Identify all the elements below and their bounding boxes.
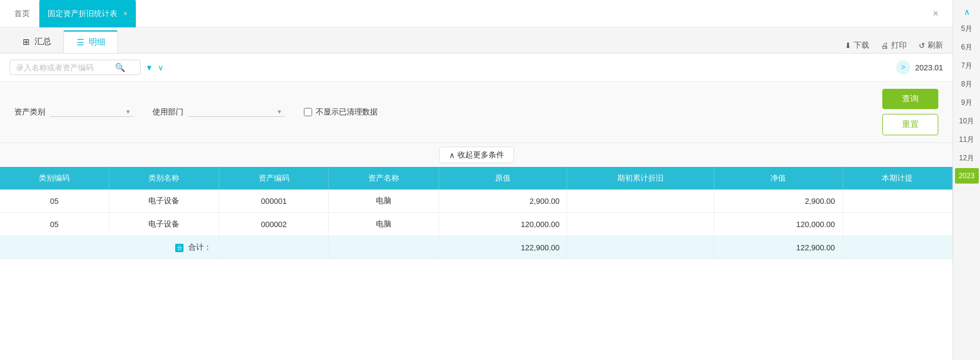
chevron-down-icon: ∨ (158, 63, 164, 72)
data-table: 类别编码 类别名称 资产编码 资产名称 原值 期初累计折旧 净值 本期计提 05… (0, 167, 953, 259)
month-item-7[interactable]: 7月 (955, 57, 979, 75)
total-net-value: 122,900.00 (714, 236, 842, 259)
search-input-wrap: 🔍 (10, 60, 141, 75)
refresh-icon: ↺ (919, 41, 925, 50)
table-row: 05 电子设备 000002 电脑 120,000.00 120,000.00 (0, 213, 953, 236)
hide-cleared-label: 不显示已清理数据 (316, 107, 378, 117)
summary-icon: ⊞ (21, 37, 31, 46)
total-original-value: 122,900.00 (438, 236, 567, 259)
cell-category-code: 05 (0, 213, 109, 236)
month-item-8[interactable]: 8月 (955, 76, 979, 93)
collapse-button[interactable]: ∧ 收起更多条件 (439, 147, 514, 163)
filter-dept: 使用部门 ▼ (153, 107, 285, 117)
search-input[interactable] (16, 63, 111, 72)
total-asset-code (219, 236, 328, 259)
refresh-label: 刷新 (928, 40, 943, 51)
detail-icon: ☰ (76, 38, 85, 47)
query-button[interactable]: 查询 (882, 89, 938, 109)
cell-asset-code: 000001 (219, 190, 328, 213)
month-item-10[interactable]: 10月 (955, 113, 979, 130)
table-total-row: 合 合计： 122,900.00 122,900.00 (0, 236, 953, 259)
download-icon: ⬇ (845, 41, 851, 50)
collapse-row: ∧ 收起更多条件 (0, 143, 953, 167)
filter-asset-category: 资产类别 ▼ (14, 107, 133, 117)
close-tab-icon[interactable]: × (123, 10, 127, 18)
print-icon: 🖨 (881, 41, 889, 50)
arrow-icon: > (901, 63, 905, 72)
tab-summary-label: 汇总 (35, 36, 51, 47)
asset-category-label: 资产类别 (14, 107, 45, 117)
nav-tab-fixed-assets[interactable]: 固定资产折旧统计表 × (39, 0, 136, 27)
cell-original-value: 120,000.00 (438, 213, 567, 236)
right-panel: ∧ 5月 6月 7月 8月 9月 10月 11月 12月 2023 (953, 0, 980, 360)
total-current-depreciation (842, 236, 952, 259)
more-conditions-button[interactable]: ▼ ∨ (145, 63, 164, 72)
cell-current-depreciation (842, 213, 952, 236)
cell-asset-code: 000002 (219, 213, 328, 236)
print-button[interactable]: 🖨 打印 (881, 40, 907, 51)
col-category-name: 类别名称 (109, 167, 219, 190)
year-badge[interactable]: 2023 (955, 168, 979, 184)
cell-category-name: 电子设备 (109, 213, 219, 236)
reset-button[interactable]: 重置 (882, 114, 938, 135)
nav-home[interactable]: 首页 (7, 8, 37, 19)
collapse-icon: ∧ (449, 151, 455, 160)
date-nav-arrow[interactable]: > (896, 60, 910, 75)
cell-asset-name: 电脑 (329, 190, 438, 213)
collapse-label: 收起更多条件 (458, 150, 504, 160)
filter-area: 资产类别 ▼ 使用部门 ▼ 不显示已清理数据 查询 重置 (0, 82, 953, 143)
download-button[interactable]: ⬇ 下载 (845, 40, 869, 51)
cell-category-code: 05 (0, 190, 109, 213)
date-display: 2023.01 (915, 63, 943, 72)
table-wrap: 类别编码 类别名称 资产编码 资产名称 原值 期初累计折旧 净值 本期计提 05… (0, 167, 953, 360)
col-category-code: 类别编码 (0, 167, 109, 190)
cell-net-value: 120,000.00 (714, 213, 842, 236)
total-icon: 合 (175, 244, 183, 252)
month-item-12[interactable]: 12月 (955, 150, 979, 167)
col-original-value: 原值 (438, 167, 567, 190)
total-accum-depreciation (567, 236, 714, 259)
month-item-9[interactable]: 9月 (955, 94, 979, 111)
cell-asset-name: 电脑 (329, 213, 438, 236)
refresh-button[interactable]: ↺ 刷新 (919, 40, 943, 51)
filter-row-1: 资产类别 ▼ 使用部门 ▼ 不显示已清理数据 查询 重置 (14, 89, 938, 135)
cell-category-name: 电子设备 (109, 190, 219, 213)
scroll-up-button[interactable]: ∧ (955, 5, 979, 19)
total-label: 合计： (188, 243, 211, 252)
total-asset-name (329, 236, 438, 259)
dept-label: 使用部门 (153, 107, 183, 117)
search-bar: 🔍 ▼ ∨ > 2023.01 (0, 54, 953, 82)
month-item-6[interactable]: 6月 (955, 39, 979, 56)
asset-category-select[interactable]: ▼ (50, 107, 133, 117)
hide-cleared-checkbox[interactable] (304, 108, 312, 116)
download-label: 下载 (854, 40, 869, 51)
nav-tab-label: 固定资产折旧统计表 (48, 8, 117, 19)
tab-detail-label: 明细 (89, 37, 105, 48)
search-icon: 🔍 (115, 63, 125, 72)
sub-tabs: ⊞ 汇总 ☰ 明细 ⬇ 下载 🖨 打印 ↺ 刷新 (0, 27, 953, 54)
cell-current-depreciation (842, 190, 952, 213)
hide-cleared-checkbox-wrap: 不显示已清理数据 (304, 107, 378, 117)
tab-summary[interactable]: ⊞ 汇总 (10, 30, 63, 53)
cell-original-value: 2,900.00 (438, 190, 567, 213)
tab-detail[interactable]: ☰ 明细 (63, 30, 118, 53)
cell-accum-depreciation (567, 190, 714, 213)
month-item-11[interactable]: 11月 (955, 131, 979, 148)
window-close-icon[interactable]: × (926, 8, 945, 19)
filter-icon: ▼ (145, 63, 153, 72)
month-item-5[interactable]: 5月 (955, 20, 979, 38)
cell-net-value: 2,900.00 (714, 190, 842, 213)
cell-accum-depreciation (567, 213, 714, 236)
table-row: 05 电子设备 000001 电脑 2,900.00 2,900.00 (0, 190, 953, 213)
col-asset-code: 资产编码 (219, 167, 328, 190)
col-net-value: 净值 (714, 167, 842, 190)
top-nav: 首页 固定资产折旧统计表 × × (0, 0, 953, 27)
table-header-row: 类别编码 类别名称 资产编码 资产名称 原值 期初累计折旧 净值 本期计提 (0, 167, 953, 190)
print-label: 打印 (891, 40, 907, 51)
dept-select[interactable]: ▼ (188, 107, 285, 117)
dept-dropdown-icon: ▼ (276, 108, 282, 115)
category-dropdown-icon: ▼ (125, 108, 131, 115)
col-accum-depreciation: 期初累计折旧 (567, 167, 714, 190)
total-label-cell: 合 合计： (0, 236, 219, 259)
col-current-depreciation: 本期计提 (842, 167, 952, 190)
